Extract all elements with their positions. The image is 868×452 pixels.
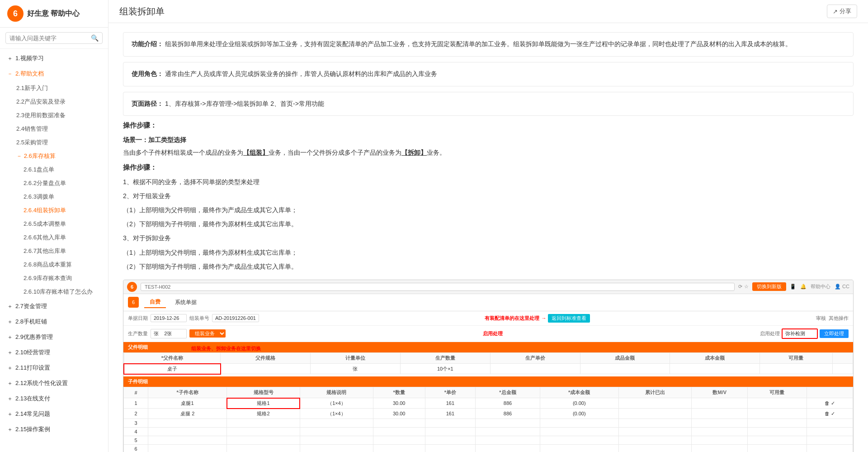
logo-text: 好生意 帮助中心 bbox=[27, 9, 80, 19]
ss-upper-td-price bbox=[490, 364, 580, 374]
sidebar-item-install[interactable]: 2.2产品安装及登录 bbox=[0, 95, 108, 109]
ss-tab-system[interactable]: 系统单据 bbox=[170, 297, 202, 308]
ss-upper-th-action bbox=[832, 352, 853, 364]
ss-confirm-btn[interactable]: 立即处理 bbox=[820, 329, 849, 338]
sidebar-item-print[interactable]: ＋ 2.11打印设置 bbox=[0, 360, 108, 376]
sidebar-item-online[interactable]: ＋ 2.13在线支付 bbox=[0, 391, 108, 406]
sidebar-item-prepare[interactable]: 2.3使用前数据准备 bbox=[0, 109, 108, 122]
ss-number-label: 组装单号 bbox=[189, 315, 209, 322]
ss-type-select[interactable]: 组装业务 拆卸业务 bbox=[189, 329, 226, 338]
ss-upper-table: *父件名称 父件规格 计量单位 生产数量 生产单价 成品金额 成本金额 可用量 bbox=[123, 352, 853, 375]
ss-lower-th-avail: 可用量 bbox=[748, 387, 807, 398]
path-label: 页面路径： bbox=[132, 100, 163, 107]
steps-block: 操作步骤： 场景一：加工类型选择 当由多个子件材料组装成一个成品的业务为【组装】… bbox=[123, 121, 854, 272]
sidebar-item-stock7[interactable]: 2.6.7其他出库单 bbox=[0, 244, 108, 258]
intro-text: 组装拆卸单用来处理企业组装或拆卸等加工业务，支持有固定装配清单的产品加工业务，也… bbox=[165, 40, 792, 48]
annotation-right-label: 启用处理 bbox=[483, 331, 503, 336]
sidebar-item-stock9[interactable]: 2.6.9库存账本查询 bbox=[0, 271, 108, 285]
role-label: 使用角色： bbox=[132, 70, 163, 77]
sidebar-item-stock8[interactable]: 2.6.8商品成本重算 bbox=[0, 258, 108, 271]
share-button[interactable]: ↗ 分享 bbox=[827, 5, 857, 18]
ss-tab-active[interactable]: 自费 bbox=[144, 297, 166, 308]
ss-upper-th-cost: 成本金额 bbox=[670, 352, 760, 364]
ss-number-input[interactable]: AD-20191226-001 bbox=[212, 314, 259, 322]
ss-middle-annotation: 组装业务、拆卸业务在这里切换 bbox=[191, 345, 261, 352]
sidebar: 6 好生意 帮助中心 🔍 ＋ 1.视频学习 － 2.帮助文档 2.1新手入门 2… bbox=[0, 0, 108, 452]
search-box[interactable]: 🔍 bbox=[5, 32, 103, 44]
sidebar-item-stock10[interactable]: 2.6.10库存账本错了怎么办 bbox=[0, 285, 108, 299]
ss-upper-td-amount bbox=[580, 364, 670, 374]
scene1-desc: 当由多个子件材料组装成一个成品的业务为【组装】业务，当由一个父件拆分成多个子产品… bbox=[123, 147, 854, 158]
sidebar-item-helpdoc[interactable]: － 2.帮助文档 bbox=[0, 66, 108, 81]
ss-icons: ⟳ ☆ bbox=[738, 284, 749, 290]
sidebar-item-mobile[interactable]: ＋ 2.8手机旺铺 bbox=[0, 314, 108, 329]
ss-lower-th-price: *单价 bbox=[425, 387, 475, 398]
intro-block: 功能介绍： 组装拆卸单用来处理企业组装或拆卸等加工业务，支持有固定装配清单的产品… bbox=[123, 32, 854, 57]
sidebar-item-case[interactable]: ＋ 2.15操作案例 bbox=[0, 422, 108, 437]
sidebar-item-video[interactable]: ＋ 1.视频学习 bbox=[0, 51, 108, 66]
sidebar-item-sales[interactable]: 2.4销售管理 bbox=[0, 122, 108, 136]
sidebar-item-custom[interactable]: ＋ 2.12系统个性化设置 bbox=[0, 376, 108, 391]
ss-upper-th-amount: 成品金额 bbox=[580, 352, 670, 364]
sidebar-item-newbie[interactable]: 2.1新手入门 bbox=[0, 81, 108, 95]
logo-icon: 6 bbox=[7, 5, 24, 22]
search-input[interactable] bbox=[9, 35, 91, 42]
step3: 3、对于拆卸业务 bbox=[123, 233, 854, 244]
ss-upper-th-qty: 生产数量 bbox=[400, 352, 490, 364]
screenshot-inner: 6 自费 系统单据 单据日期 2019-12-26 组装单号 AD-201912… bbox=[123, 294, 853, 452]
ss-other-label: 其他操作 bbox=[829, 315, 849, 322]
share-icon: ↗ bbox=[833, 8, 838, 15]
ss-lower-th-desc: 规格说明 bbox=[300, 387, 373, 398]
plus-icon: ＋ bbox=[7, 55, 13, 62]
ss-top-icons: 📱 🔔 帮助中心 👤 CC bbox=[790, 283, 849, 290]
ss-star-icon: ☆ bbox=[744, 284, 749, 290]
minus-icon-small: － bbox=[16, 152, 24, 159]
ss-form-row1: 单据日期 2019-12-26 组装单号 AD-20191226-001 有装配… bbox=[123, 311, 853, 326]
ss-date-input[interactable]: 2019-12-26 bbox=[151, 314, 187, 322]
sidebar-item-faq[interactable]: ＋ 2.14常见问题 bbox=[0, 406, 108, 422]
ss-lower-row-2: 2 桌腿 2 规格2 （1×4） 30.00 161 886 (0.00) bbox=[124, 409, 853, 419]
search-area: 🔍 bbox=[0, 28, 108, 49]
ss-apply-input[interactable]: 弥补检测 bbox=[782, 328, 818, 339]
sidebar-item-stock4[interactable]: 2.6.4组装拆卸单 bbox=[0, 204, 108, 217]
ss-lower-table-container: # *子件名称 规格型号 规格说明 *数量 *单价 *总金额 *成本金额 累计已… bbox=[123, 387, 853, 452]
ss-lower-row-4: 4 bbox=[124, 427, 853, 436]
ss-qty-input[interactable]: 张 2张 bbox=[151, 329, 187, 338]
search-icon[interactable]: 🔍 bbox=[91, 34, 99, 42]
ss-return-btn[interactable]: 返回到标准查看 bbox=[548, 314, 590, 323]
sidebar-item-biz[interactable]: ＋ 2.10经营管理 bbox=[0, 345, 108, 360]
ss-app-icon: 6 bbox=[128, 297, 139, 308]
ss-lower-th-spec: 规格型号 bbox=[227, 387, 300, 398]
sidebar-item-finance[interactable]: ＋ 2.7资金管理 bbox=[0, 299, 108, 314]
ss-upper-td-qty: 10个×1 bbox=[400, 364, 490, 374]
role-text: 通常由生产人员或库管人员完成拆装业务的操作，库管人员确认原材料的出库和产成品的入… bbox=[165, 70, 437, 77]
minus-icon: － bbox=[7, 70, 13, 78]
step1: 1、根据不同的业务，选择不同单据的类型来处理 bbox=[123, 176, 854, 188]
annotation-arrow-right: → bbox=[541, 315, 546, 321]
sidebar-item-inventory[interactable]: － 2.6库存核算 bbox=[0, 149, 108, 163]
ss-switch-btn[interactable]: 切换到新版 bbox=[752, 282, 786, 291]
sidebar-item-coupon[interactable]: ＋ 2.9优惠券管理 bbox=[0, 329, 108, 345]
sidebar-item-stock5[interactable]: 2.6.5成本调整单 bbox=[0, 217, 108, 231]
ss-upper-th-avail: 可用量 bbox=[760, 352, 832, 364]
sidebar-item-stock2[interactable]: 2.6.2分量盘点单 bbox=[0, 176, 108, 190]
ss-annotation-area: 有装配清单的在这里处理 → 返回到标准查看 bbox=[262, 314, 813, 323]
ss-upper-th-name: *父件名称 bbox=[124, 352, 221, 364]
sidebar-item-stock6[interactable]: 2.6.6其他入库单 bbox=[0, 231, 108, 244]
sidebar-item-purchase[interactable]: 2.5采购管理 bbox=[0, 136, 108, 149]
ops-steps-title: 操作步骤： bbox=[123, 163, 854, 172]
step3-1: （1）上部明细为父件明细，最终作为原材料生成其它出库单； bbox=[123, 247, 854, 258]
ss-lower-row-1: 1 桌腿1 规格1 （1×4） 30.00 161 886 (0.00) bbox=[124, 398, 853, 409]
ss-lower-row-6: 6 bbox=[124, 444, 853, 452]
ss-date-label: 单据日期 bbox=[128, 315, 148, 322]
ss-lower-table: # *子件名称 规格型号 规格说明 *数量 *单价 *总金额 *成本金额 累计已… bbox=[123, 387, 853, 452]
role-block: 使用角色： 通常由生产人员或库管人员完成拆装业务的操作，库管人员确认原材料的出库… bbox=[123, 62, 854, 86]
ss-upper-td-avail bbox=[760, 364, 832, 374]
sidebar-item-stock3[interactable]: 2.6.3调拨单 bbox=[0, 190, 108, 204]
ss-tab-bar: 6 自费 系统单据 bbox=[123, 294, 853, 311]
ss-upper-row-1: 桌子 张 10个×1 bbox=[124, 364, 853, 374]
top-bar: 组装拆卸单 ↗ 分享 bbox=[108, 0, 868, 23]
sidebar-item-stock1[interactable]: 2.6.1盘点单 bbox=[0, 163, 108, 176]
screenshot-wrapper: 6 TEST-H002 ⟳ ☆ 切换到新版 📱 🔔 帮助中心 👤 CC bbox=[123, 280, 854, 452]
screenshot-topbar: 6 TEST-H002 ⟳ ☆ 切换到新版 📱 🔔 帮助中心 👤 CC bbox=[123, 280, 853, 294]
